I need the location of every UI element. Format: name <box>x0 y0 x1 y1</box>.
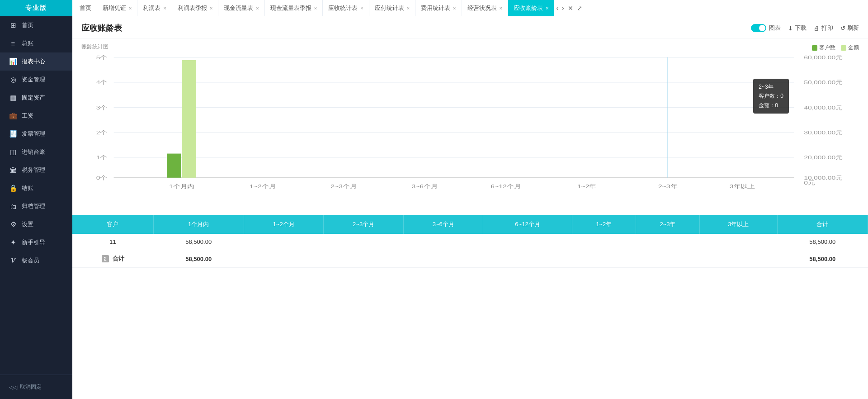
tab-cashflow-quarterly[interactable]: 现金流量表季报 × <box>265 0 323 16</box>
cell-year3plus <box>700 234 778 250</box>
sidebar-item-home[interactable]: ⊞ 首页 <box>0 16 72 34</box>
page-header: 应收账龄表 图表 ⬇ 下载 🖨 打印 ↺ 刷新 <box>72 16 868 38</box>
tab-profit-quarterly-close[interactable]: × <box>210 5 212 11</box>
tab-cashflow-label: 现金流量表 <box>224 4 253 12</box>
data-table: 客户 1个月内 1~2个月 2~3个月 3~6个月 6~12个月 1~2年 2~… <box>72 215 868 268</box>
col-header-month1: 1个月内 <box>153 215 244 234</box>
cell-month612 <box>483 234 572 250</box>
tab-payable-stats[interactable]: 应付统计表 × <box>369 0 415 16</box>
tab-business-status[interactable]: 经营状况表 × <box>462 0 508 16</box>
total-year3plus <box>700 250 778 268</box>
switch-track[interactable] <box>751 24 766 32</box>
tab-expand-button[interactable]: ⤢ <box>575 0 584 16</box>
sidebar-item-archive[interactable]: 🗂 归档管理 <box>0 197 72 215</box>
tab-receivable-stats[interactable]: 应收统计表 × <box>323 0 369 16</box>
sidebar-item-salary[interactable]: 💼 工资 <box>0 107 72 125</box>
chart-svg: 5个 4个 3个 2个 1个 0个 60,000.00元 50,000.00元 … <box>81 52 859 202</box>
header-actions: 图表 ⬇ 下载 🖨 打印 ↺ 刷新 <box>751 24 859 32</box>
sidebar-item-sales[interactable]: ◫ 进销台账 <box>0 143 72 161</box>
sidebar-item-tax[interactable]: 🏛 税务管理 <box>0 161 72 179</box>
content-area: 应收账龄表 图表 ⬇ 下载 🖨 打印 ↺ 刷新 <box>72 16 868 399</box>
tab-cashflow[interactable]: 现金流量表 × <box>218 0 264 16</box>
tab-expense-stats-close[interactable]: × <box>453 5 456 11</box>
svg-text:3~6个月: 3~6个月 <box>411 183 438 189</box>
bar-month1-amount <box>182 60 196 178</box>
svg-text:40,000.00元: 40,000.00元 <box>804 104 843 110</box>
closing-icon: 🔒 <box>9 184 17 192</box>
tab-next-button[interactable]: › <box>560 0 566 16</box>
tab-profit[interactable]: 利润表 × <box>137 0 172 16</box>
cell-year12 <box>572 234 636 250</box>
tab-prev-button[interactable]: ‹ <box>554 0 560 16</box>
main-area: 首页 新增凭证 × 利润表 × 利润表季报 × 现金流量表 × 现金流量表季报 … <box>72 0 868 399</box>
print-label: 打印 <box>821 24 833 32</box>
sidebar-item-ledger[interactable]: ≡ 总账 <box>0 34 72 52</box>
refresh-icon: ↺ <box>840 25 845 32</box>
svg-text:60,000.00元: 60,000.00元 <box>804 54 843 60</box>
sidebar-item-member[interactable]: V 畅会员 <box>0 252 72 270</box>
total-month12 <box>244 250 324 268</box>
table-row: 11 58,500.00 58,500.00 <box>72 234 868 250</box>
chart-toggle[interactable]: 图表 <box>751 24 781 32</box>
svg-text:5个: 5个 <box>96 54 108 60</box>
chart-legend: 客户数 金额 <box>812 44 859 52</box>
tab-business-status-label: 经营状况表 <box>467 4 497 12</box>
sidebar-label-invoice: 发票管理 <box>22 130 45 138</box>
assets-icon: ▦ <box>9 94 17 102</box>
cell-month1: 58,500.00 <box>153 234 244 250</box>
svg-text:0元: 0元 <box>804 180 815 185</box>
tab-voucher-close[interactable]: × <box>129 5 132 11</box>
sidebar-label-archive: 归档管理 <box>22 202 45 210</box>
tab-voucher[interactable]: 新增凭证 × <box>97 0 137 16</box>
tab-receivable-stats-label: 应收统计表 <box>328 4 358 12</box>
total-month23 <box>324 250 404 268</box>
tab-payable-stats-close[interactable]: × <box>407 5 410 11</box>
sidebar-item-assets[interactable]: ▦ 固定资产 <box>0 89 72 107</box>
sidebar-label-assets: 固定资产 <box>22 94 45 102</box>
sidebar-toggle-pin[interactable]: ◁◁ 取消固定 <box>0 380 72 394</box>
col-header-total: 合计 <box>777 215 868 234</box>
tab-receivable-stats-close[interactable]: × <box>360 5 363 11</box>
sidebar-item-funds[interactable]: ◎ 资金管理 <box>0 71 72 89</box>
chart-container: 账龄统计图 客户数 金额 <box>72 38 868 215</box>
tab-expense-stats[interactable]: 费用统计表 × <box>415 0 462 16</box>
tab-profit-close[interactable]: × <box>163 5 166 11</box>
member-icon: V <box>9 257 17 265</box>
cell-total: 58,500.00 <box>777 234 868 250</box>
svg-text:6~12个月: 6~12个月 <box>491 183 521 189</box>
col-header-year3plus: 3年以上 <box>700 215 778 234</box>
legend-customers-label: 客户数 <box>819 44 835 52</box>
sidebar-item-settings[interactable]: ⚙ 设置 <box>0 215 72 233</box>
sidebar-label-ledger: 总账 <box>22 39 33 48</box>
reports-icon: 📊 <box>9 57 17 66</box>
tab-profit-quarterly[interactable]: 利润表季报 × <box>172 0 218 16</box>
sidebar: 专业版 ⊞ 首页 ≡ 总账 📊 报表中心 ◎ 资金管理 ▦ 固定资产 💼 工资 … <box>0 0 72 399</box>
col-header-month36: 3~6个月 <box>403 215 483 234</box>
tab-cashflow-quarterly-close[interactable]: × <box>314 5 317 11</box>
tab-cashflow-close[interactable]: × <box>256 5 259 11</box>
sidebar-item-reports[interactable]: 📊 报表中心 <box>0 52 72 71</box>
tab-aging-close[interactable]: × <box>546 5 548 11</box>
svg-text:2~3年: 2~3年 <box>658 183 678 189</box>
print-button[interactable]: 🖨 打印 <box>814 24 833 32</box>
legend-customers: 客户数 <box>812 44 835 52</box>
tab-home[interactable]: 首页 <box>74 0 97 16</box>
sidebar-item-invoice[interactable]: 🧾 发票管理 <box>0 125 72 143</box>
col-header-month612: 6~12个月 <box>483 215 572 234</box>
col-header-year12: 1~2年 <box>572 215 636 234</box>
legend-amount: 金额 <box>841 44 859 52</box>
svg-text:1个: 1个 <box>96 154 108 160</box>
chart-area: 5个 4个 3个 2个 1个 0个 60,000.00元 50,000.00元 … <box>81 52 859 202</box>
tab-close-all-button[interactable]: ✕ <box>566 0 575 16</box>
tab-aging[interactable]: 应收账龄表 × <box>508 0 554 16</box>
tab-cashflow-quarterly-label: 现金流量表季报 <box>270 4 311 12</box>
tab-business-status-close[interactable]: × <box>500 5 502 11</box>
app-logo: 专业版 <box>0 0 72 16</box>
cell-customer: 11 <box>72 234 153 250</box>
tab-expense-stats-label: 费用统计表 <box>421 4 450 12</box>
sidebar-item-closing[interactable]: 🔒 结账 <box>0 179 72 197</box>
download-button[interactable]: ⬇ 下载 <box>788 24 807 32</box>
refresh-button[interactable]: ↺ 刷新 <box>840 24 859 32</box>
sidebar-item-guide[interactable]: ✦ 新手引导 <box>0 233 72 252</box>
guide-icon: ✦ <box>9 238 17 247</box>
